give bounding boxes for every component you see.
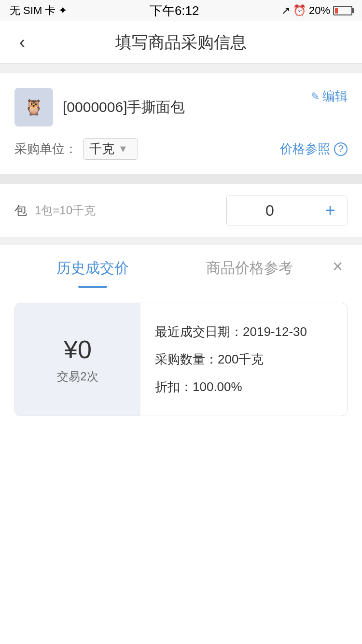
qty-label: 采购数量： bbox=[155, 352, 218, 366]
back-button[interactable]: ‹ bbox=[14, 28, 30, 57]
history-price-content: ¥0 交易2次 最近成交日期：2019-12-30 采购数量：200千克 折扣：… bbox=[0, 288, 362, 431]
unit-conversion-hint: 1包=10千克 bbox=[35, 203, 96, 218]
status-location-icon: ↗ bbox=[281, 4, 290, 17]
recent-trade-date: 最近成交日期：2019-12-30 bbox=[155, 322, 333, 341]
tabs-close-button[interactable]: × bbox=[328, 252, 348, 281]
unit-bag-label: 包 bbox=[14, 202, 27, 219]
price-summary-left: ¥0 交易2次 bbox=[15, 303, 140, 416]
status-signal: 无 SIM 卡 ✦ bbox=[10, 3, 67, 18]
unit-label: 采购单位： bbox=[14, 140, 77, 157]
quantity-input[interactable]: 0 bbox=[226, 196, 313, 225]
product-card: 🦉 [0000006]手撕面包 ✎ 编辑 采购单位： 千克 ▼ 价格参照 ? bbox=[0, 73, 362, 174]
price-details-right: 最近成交日期：2019-12-30 采购数量：200千克 折扣：100.00% bbox=[140, 303, 347, 416]
product-name: [0000006]手撕面包 bbox=[63, 98, 185, 117]
quantity-label-group: 包 1包=10千克 bbox=[14, 202, 96, 219]
tab-history-price[interactable]: 历史成交价 bbox=[14, 245, 171, 288]
status-battery-text: 20% bbox=[309, 4, 330, 17]
status-time: 下午6:12 bbox=[150, 2, 199, 19]
purchase-quantity: 采购数量：200千克 bbox=[155, 350, 333, 369]
tab-history-price-label: 历史成交价 bbox=[56, 260, 129, 276]
product-unit-row: 采购单位： 千克 ▼ 价格参照 ? bbox=[14, 138, 348, 160]
nav-bar: ‹ 填写商品采购信息 bbox=[0, 21, 362, 64]
date-value: 2019-12-30 bbox=[243, 324, 307, 339]
section-divider bbox=[0, 174, 362, 184]
product-thumbnail: 🦉 bbox=[14, 88, 53, 126]
price-amount: ¥0 bbox=[64, 335, 92, 364]
discount-value: 100.00% bbox=[193, 379, 242, 394]
dropdown-arrow-icon: ▼ bbox=[118, 143, 128, 154]
edit-icon: ✎ bbox=[311, 90, 320, 103]
discount-row: 折扣：100.00% bbox=[155, 378, 333, 396]
page-rest bbox=[0, 431, 362, 644]
edit-button[interactable]: ✎ 编辑 bbox=[311, 88, 348, 105]
tabs-bar: 历史成交价 商品价格参考 × bbox=[0, 245, 362, 288]
quantity-controls: 0 + bbox=[226, 196, 348, 225]
edit-label: 编辑 bbox=[322, 88, 348, 105]
battery-fill bbox=[335, 8, 338, 14]
quantity-row: 包 1包=10千克 0 + bbox=[0, 184, 362, 237]
status-alarm-icon: ⏰ bbox=[293, 4, 306, 17]
unit-selector-group: 采购单位： 千克 ▼ bbox=[14, 138, 138, 160]
date-label: 最近成交日期： bbox=[155, 324, 243, 339]
price-card: ¥0 交易2次 最近成交日期：2019-12-30 采购数量：200千克 折扣：… bbox=[14, 303, 348, 416]
product-info: 🦉 [0000006]手撕面包 bbox=[14, 88, 185, 126]
unit-value: 千克 bbox=[89, 140, 114, 157]
tab-product-price-ref-label: 商品价格参考 bbox=[206, 260, 293, 276]
qty-value: 200千克 bbox=[218, 352, 264, 366]
unit-select[interactable]: 千克 ▼ bbox=[83, 138, 138, 160]
info-circle-icon: ? bbox=[334, 142, 348, 156]
quantity-plus-button[interactable]: + bbox=[313, 196, 347, 225]
product-header: 🦉 [0000006]手撕面包 ✎ 编辑 bbox=[14, 88, 348, 126]
status-bar: 无 SIM 卡 ✦ 下午6:12 ↗ ⏰ 20% bbox=[0, 0, 362, 21]
product-thumb-icon: 🦉 bbox=[24, 98, 43, 116]
discount-label: 折扣： bbox=[155, 379, 193, 394]
battery-icon bbox=[333, 6, 352, 15]
tab-product-price-ref[interactable]: 商品价格参考 bbox=[171, 245, 327, 288]
price-reference-button[interactable]: 价格参照 ? bbox=[280, 140, 348, 157]
status-right: ↗ ⏰ 20% bbox=[281, 4, 352, 17]
page-title: 填写商品采购信息 bbox=[115, 31, 247, 54]
price-trades: 交易2次 bbox=[57, 369, 98, 384]
price-ref-label: 价格参照 bbox=[280, 140, 330, 157]
